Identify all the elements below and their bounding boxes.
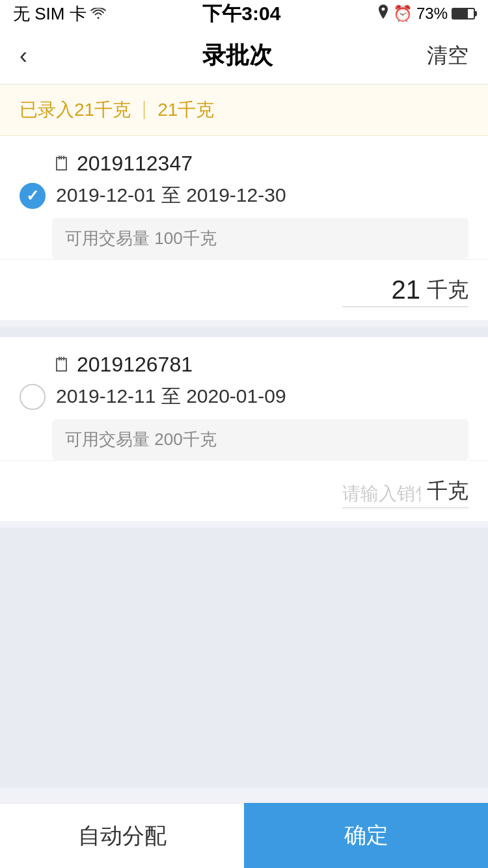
quantity-unit-2: 千克 (427, 477, 468, 506)
batch-id-1: 2019112347 (77, 152, 193, 176)
batch-card-1: 🗒 2019112347 2019-12-01 至 2019-12-30 可用交… (0, 136, 488, 320)
status-right: ⏰ 73% (377, 5, 475, 23)
battery-text: 73% (416, 5, 448, 23)
batch-doc-icon-1: 🗒 (52, 153, 72, 175)
radio-btn-2[interactable] (20, 384, 46, 410)
page-title: 录批次 (202, 40, 273, 72)
alarm-icon: ⏰ (393, 5, 413, 23)
radio-btn-1[interactable] (20, 183, 46, 209)
wifi-icon (90, 4, 106, 24)
confirm-button[interactable]: 确定 (244, 803, 488, 868)
batch-card-2: 🗒 2019126781 2019-12-11 至 2020-01-09 可用交… (0, 337, 488, 521)
batch-row-1[interactable]: 2019-12-01 至 2019-12-30 (0, 182, 488, 218)
back-button[interactable]: ‹ (20, 42, 59, 70)
info-banner: 已录入21千克 21千克 (0, 85, 488, 136)
quantity-input-1[interactable] (342, 275, 420, 305)
batch-doc-icon-2: 🗒 (52, 354, 72, 376)
batch-row-2[interactable]: 2019-12-11 至 2020-01-09 (0, 383, 488, 419)
auto-distribute-button[interactable]: 自动分配 (0, 803, 244, 868)
status-time: 下午3:04 (202, 1, 280, 27)
quantity-unit-1: 千克 (427, 276, 468, 305)
info-divider (144, 101, 144, 119)
gray-area (0, 528, 488, 788)
quantity-wrapper-1: 千克 (342, 275, 468, 307)
main-content: 🗒 2019112347 2019-12-01 至 2019-12-30 可用交… (0, 136, 488, 853)
batch-id-2: 2019126781 (77, 353, 193, 377)
nav-bar: ‹ 录批次 清空 (0, 27, 488, 85)
clear-button[interactable]: 清空 (416, 42, 468, 70)
batch-header-1: 🗒 2019112347 (0, 136, 488, 182)
carrier-text: 无 SIM 卡 (13, 3, 87, 25)
status-left: 无 SIM 卡 (13, 3, 106, 25)
section-separator (0, 327, 488, 337)
quantity-wrapper-2: 千克 (342, 476, 468, 508)
batch-header-2: 🗒 2019126781 (0, 337, 488, 383)
location-icon (377, 5, 389, 23)
quantity-input-2[interactable] (342, 476, 420, 506)
batch-date-1: 2019-12-01 至 2019-12-30 (56, 182, 286, 209)
bottom-bar: 自动分配 确定 (0, 803, 488, 868)
batch-date-2: 2019-12-11 至 2020-01-09 (56, 383, 286, 410)
quantity-row-2: 千克 (0, 460, 488, 521)
battery-icon (452, 8, 475, 20)
batch-availability-2: 可用交易量 200千克 (52, 419, 468, 460)
recorded-label: 已录入21千克 (20, 98, 131, 122)
info-value: 21千克 (157, 98, 214, 122)
status-bar: 无 SIM 卡 下午3:04 ⏰ 73% (0, 0, 488, 27)
batch-availability-1: 可用交易量 100千克 (52, 218, 468, 259)
quantity-row-1: 千克 (0, 259, 488, 320)
